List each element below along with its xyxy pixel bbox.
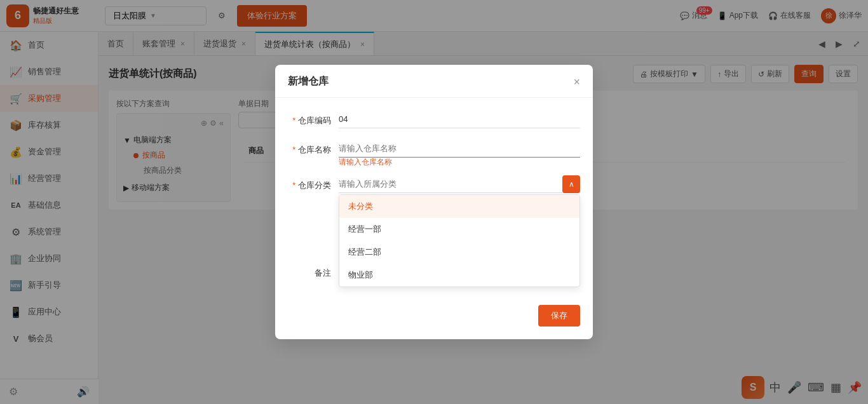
modal-title: 新增仓库 xyxy=(288,75,329,88)
form-row-code: 仓库编码 xyxy=(288,111,580,128)
form-label-code: 仓库编码 xyxy=(288,111,339,126)
modal-close-button[interactable]: × xyxy=(573,76,580,88)
add-warehouse-modal: 新增仓库 × 仓库编码 仓库名称 请输入仓库名称 仓库分类 ∧ xyxy=(275,65,593,339)
warehouse-name-input[interactable] xyxy=(339,140,580,158)
form-label-category: 仓库分类 xyxy=(288,175,339,191)
form-row-category: 仓库分类 ∧ 未分类 经营一部 经营二部 物业部 xyxy=(288,175,580,193)
form-select-wrap-category: ∧ xyxy=(339,175,580,193)
warehouse-code-input[interactable] xyxy=(339,111,580,128)
dropdown-item-property[interactable]: 物业部 xyxy=(339,264,580,286)
modal-footer: 保存 xyxy=(275,299,593,339)
warehouse-name-error: 请输入仓库名称 xyxy=(339,157,392,168)
dropdown-item-dept2[interactable]: 经营二部 xyxy=(339,241,580,264)
form-label-name: 仓库名称 xyxy=(288,140,339,156)
modal-header: 新增仓库 × xyxy=(275,65,593,98)
dropdown-item-dept1[interactable]: 经营一部 xyxy=(339,218,580,241)
form-row-name: 仓库名称 请输入仓库名称 xyxy=(288,140,580,158)
warehouse-category-input[interactable] xyxy=(339,175,580,193)
modal-save-button[interactable]: 保存 xyxy=(538,305,580,327)
category-dropdown-arrow[interactable]: ∧ xyxy=(562,175,580,193)
category-dropdown-list: 未分类 经营一部 经营二部 物业部 xyxy=(339,194,580,287)
dropdown-item-unclassified[interactable]: 未分类 xyxy=(339,195,580,218)
modal-overlay: 新增仓库 × 仓库编码 仓库名称 请输入仓库名称 仓库分类 ∧ xyxy=(0,0,868,404)
modal-body: 仓库编码 仓库名称 请输入仓库名称 仓库分类 ∧ 未分类 经营一部 xyxy=(275,98,593,299)
form-label-remark: 备注 xyxy=(288,263,339,279)
